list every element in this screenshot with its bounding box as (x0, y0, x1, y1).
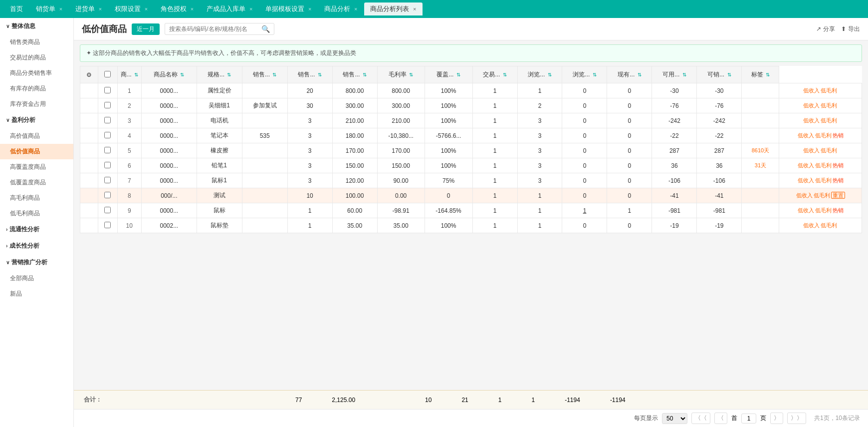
td-view1[interactable]: 0 (562, 218, 607, 233)
row-checkbox[interactable] (104, 147, 111, 153)
th-stock3[interactable]: 可销... ⇅ (697, 66, 742, 83)
first-page-btn[interactable]: 〈〈 (691, 413, 710, 424)
row-checkbox[interactable] (104, 207, 111, 213)
td-view1[interactable]: 0 (562, 113, 607, 128)
td-checkbox[interactable] (98, 143, 117, 158)
td-view1[interactable]: 0 (562, 98, 607, 113)
page-input[interactable] (741, 414, 756, 424)
td-view1[interactable]: 0 (562, 173, 607, 188)
export-btn[interactable]: ⬆ 导出 (841, 25, 860, 33)
sidebar-item-traded-goods[interactable]: 交易过的商品 (0, 50, 73, 65)
prev-page-btn[interactable]: 〈 (714, 413, 727, 424)
sidebar-item-high-coverage[interactable]: 高覆盖度商品 (0, 159, 73, 175)
row-checkbox[interactable] (104, 87, 111, 93)
td-view1[interactable]: 1 (562, 203, 607, 218)
row-checkbox[interactable] (104, 162, 111, 168)
nav-template-settings[interactable]: 单据模板设置 × (259, 2, 317, 15)
sidebar-item-high-value[interactable]: 高价值商品 (0, 128, 73, 144)
nav-purchase[interactable]: 进货单 × (69, 2, 108, 15)
next-page-btn[interactable]: 〉 (770, 413, 783, 424)
nav-permissions[interactable]: 权限设置 × (109, 2, 154, 15)
filter-recent-btn[interactable]: 近一月 (132, 23, 160, 35)
th-sale2[interactable]: 销售... ⇅ (287, 66, 332, 83)
row-checkbox[interactable] (104, 177, 111, 183)
th-sale1[interactable]: 销售... ⇅ (242, 66, 287, 83)
sidebar-group-liquidity[interactable]: ›流通性分析 (0, 221, 73, 238)
td-view1[interactable]: 0 (562, 158, 607, 173)
td-checkbox[interactable] (98, 188, 117, 203)
td-checkbox[interactable] (98, 173, 117, 188)
sidebar-item-sales-goods[interactable]: 销售类商品 (0, 34, 73, 50)
td-spec (242, 113, 287, 128)
td-checkbox[interactable] (98, 113, 117, 128)
page-size-select[interactable]: 50 100 200 (662, 413, 687, 424)
th-view1[interactable]: 浏览... ⇅ (517, 66, 562, 83)
sidebar-item-low-margin[interactable]: 低毛利商品 (0, 206, 73, 221)
th-cover[interactable]: 覆盖... ⇅ (425, 66, 472, 83)
row-checkbox[interactable] (104, 117, 111, 123)
td-checkbox[interactable] (98, 83, 117, 98)
row-checkbox[interactable] (104, 222, 111, 228)
row-checkbox[interactable] (104, 102, 111, 108)
td-trade: 3 (517, 128, 562, 143)
sidebar-group-marketing[interactable]: ∨营销推广分析 (0, 254, 73, 271)
th-sale3[interactable]: 销售... ⇅ (332, 66, 377, 83)
sidebar-item-capital-occupied[interactable]: 库存资金占用 (0, 96, 73, 112)
row-checkbox[interactable] (104, 132, 111, 138)
th-view2[interactable]: 浏览... ⇅ (562, 66, 607, 83)
nav-home[interactable]: 首页 (4, 2, 29, 15)
notice-bar: ✦ 这部分商品的销售收入大幅低于商品平均销售收入，价值不高，可考虑调整营销策略，… (80, 44, 862, 62)
tag-low-margin: 低毛利 (821, 87, 837, 93)
td-view1[interactable]: 0 (562, 83, 607, 98)
nav-roles[interactable]: 角色授权 × (155, 2, 200, 15)
nav-goods-analysis[interactable]: 商品分析 × (318, 2, 363, 15)
nav-product-storage[interactable]: 产成品入库单 × (201, 2, 258, 15)
th-tags[interactable]: 标签 ⇅ (742, 66, 779, 83)
view1-link[interactable]: 1 (583, 207, 587, 214)
sidebar-group-overall[interactable]: ∨整体信息 (0, 18, 73, 34)
th-name[interactable]: 商品名称 ⇅ (141, 66, 197, 83)
sidebar-item-new-goods[interactable]: 新品 (0, 286, 73, 302)
sidebar-item-low-value[interactable]: 低价值商品 (0, 144, 73, 159)
td-view1[interactable]: 0 (562, 188, 607, 203)
sidebar-item-low-coverage[interactable]: 低覆盖度商品 (0, 175, 73, 190)
sidebar-item-stock-goods[interactable]: 有库存的商品 (0, 81, 73, 96)
td-num: 3 (117, 113, 141, 128)
th-stock2[interactable]: 可用... ⇅ (652, 66, 697, 83)
td-cover: 1 (472, 173, 517, 188)
table-container[interactable]: ⚙ 商... ⇅ 商品名称 ⇅ 规格... ⇅ 销售... ⇅ 销售... ⇅ … (74, 66, 868, 390)
td-checkbox[interactable] (98, 98, 117, 113)
sidebar-item-all-goods[interactable]: 全部商品 (0, 271, 73, 286)
th-margin[interactable]: 毛利率 ⇅ (377, 66, 425, 83)
tag-hot: 热销 (833, 132, 844, 138)
row-checkbox[interactable] (104, 192, 111, 198)
td-name: 属性定价 (197, 83, 242, 98)
td-sale1: 3 (287, 128, 332, 143)
table-row: 8 000/... 测试 10 100.00 0.00 0 1 1 0 0 -4… (80, 188, 862, 203)
search-input[interactable] (169, 25, 261, 32)
th-code[interactable]: 商... ⇅ (117, 66, 141, 83)
td-checkbox[interactable] (98, 158, 117, 173)
th-stock1[interactable]: 现有... ⇅ (607, 66, 652, 83)
select-all-checkbox[interactable] (104, 71, 111, 77)
td-checkbox[interactable] (98, 218, 117, 233)
tag-low-income: 低收入 (798, 177, 814, 183)
last-page-btn[interactable]: 〉〉 (787, 413, 806, 424)
nav-goods-analysis-list[interactable]: 商品分析列表 × (364, 2, 422, 15)
td-checkbox[interactable] (98, 128, 117, 143)
sidebar-item-high-margin[interactable]: 高毛利商品 (0, 190, 73, 206)
search-icon[interactable]: 🔍 (261, 25, 270, 33)
nav-sales[interactable]: 销货单 × (30, 2, 68, 15)
sidebar-item-category-sales[interactable]: 商品分类销售率 (0, 65, 73, 81)
td-checkbox[interactable] (98, 203, 117, 218)
th-trade[interactable]: 交易... ⇅ (472, 66, 517, 83)
td-view1[interactable]: 0 (562, 143, 607, 158)
th-settings[interactable]: ⚙ (80, 66, 98, 83)
sidebar-group-growth[interactable]: ›成长性分析 (0, 238, 73, 254)
td-stock1: -981 (652, 203, 697, 218)
th-spec[interactable]: 规格... ⇅ (197, 66, 242, 83)
td-view1[interactable]: 0 (562, 128, 607, 143)
th-checkbox[interactable] (98, 66, 117, 83)
sidebar-group-profit[interactable]: ∨盈利分析 (0, 112, 73, 128)
share-btn[interactable]: ↗ 分享 (816, 25, 835, 33)
